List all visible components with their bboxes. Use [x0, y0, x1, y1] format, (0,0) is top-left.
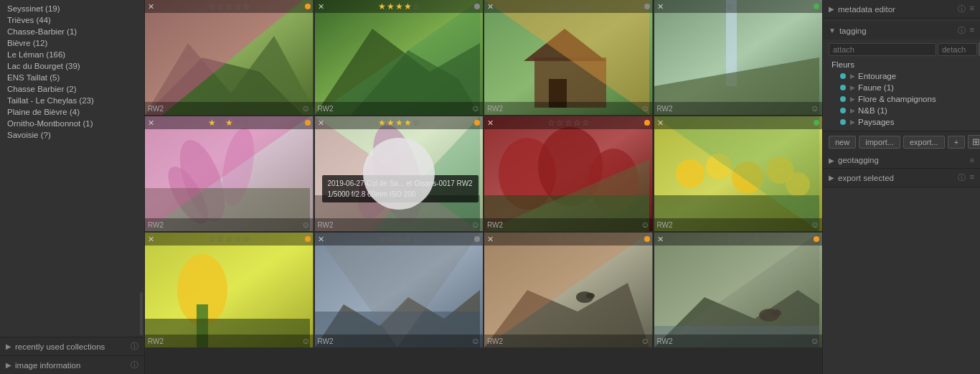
cell-2-smile[interactable]: ☺: [471, 103, 480, 113]
cell-10-smile[interactable]: ☺: [471, 336, 480, 346]
star-4[interactable]: ☆: [573, 234, 581, 244]
star-1[interactable]: ★: [378, 118, 386, 128]
cell-1-stars[interactable]: ☆ ☆ ☆ ☆ ☆: [157, 1, 302, 11]
tag-item-flore[interactable]: ▶ Flore & champignons: [829, 93, 974, 105]
tag-attach-input[interactable]: [829, 43, 936, 56]
star-1[interactable]: ☆: [208, 234, 216, 244]
export-menu-icon[interactable]: ≡: [970, 172, 974, 183]
star-3[interactable]: ☆: [735, 234, 743, 244]
star-1[interactable]: ☆: [547, 1, 555, 11]
star-1[interactable]: ☆: [547, 234, 555, 244]
tag-item-paysages[interactable]: ▶ Paysages: [829, 116, 974, 128]
photo-cell-3[interactable]: ✕ ☆ ☆ ☆ ☆ ☆ RW2 ☺: [484, 0, 653, 115]
star-2[interactable]: ★: [387, 118, 395, 128]
export-info-icon[interactable]: ⓘ: [958, 172, 966, 183]
photo-cell-10[interactable]: ✕ ☆ ☆ ☆ ☆ ☆ RW2 ☺: [315, 233, 484, 347]
star-2[interactable]: ☆: [217, 234, 225, 244]
info-icon[interactable]: ⓘ: [131, 341, 138, 352]
star-5[interactable]: ☆: [582, 1, 590, 11]
cell-8-stars[interactable]: ☆ ☆ ☆ ☆ ☆: [666, 118, 811, 128]
sidebar-item-savoisie[interactable]: Savoisie (?): [0, 129, 144, 141]
star-3[interactable]: ★: [225, 118, 233, 128]
tag-item-faune[interactable]: ▶ Faune (1): [829, 82, 974, 93]
cell-2-close[interactable]: ✕: [318, 2, 324, 11]
cell-12-stars[interactable]: ☆ ☆ ☆ ☆ ☆: [666, 234, 811, 244]
star-4[interactable]: ☆: [573, 1, 581, 11]
add-collection-button[interactable]: +: [948, 136, 965, 149]
star-3[interactable]: ★: [395, 1, 403, 11]
photo-cell-11[interactable]: ✕ ☆ ☆ ☆ ☆ ☆ RW2 ☺: [484, 233, 653, 347]
sidebar-item-ornitho-montbonnot[interactable]: Ornitho-Montbonnot (1): [0, 118, 144, 129]
star-3[interactable]: ☆: [395, 234, 403, 244]
cell-9-smile[interactable]: ☺: [301, 336, 310, 346]
star-3[interactable]: ☆: [735, 1, 743, 11]
sidebar-item-chasse-barbier-1[interactable]: Chasse-Barbier (1): [0, 26, 144, 37]
cell-5-smile[interactable]: ☺: [301, 220, 310, 230]
tagging-info-icon[interactable]: ⓘ: [958, 25, 966, 36]
cell-6-close[interactable]: ✕: [318, 118, 324, 128]
sidebar-item-plaine-bievre[interactable]: Plaine de Bièvre (4): [0, 106, 144, 118]
star-1[interactable]: ☆: [717, 118, 725, 128]
star-5[interactable]: ☆: [752, 234, 760, 244]
import-collection-button[interactable]: import...: [859, 136, 900, 149]
photo-cell-2[interactable]: ✕ ★ ★ ★ ★ ☆ RW2 ☺: [315, 0, 484, 115]
photo-cell-4[interactable]: ✕ ☆ ☆ ☆ ☆ ☆ RW2 ☺: [654, 0, 823, 115]
sidebar-item-le-leman[interactable]: Le Léman (166): [0, 49, 144, 60]
star-3[interactable]: ☆: [565, 118, 573, 128]
star-5[interactable]: ☆: [413, 1, 420, 11]
tagging-menu-icon[interactable]: ≡: [970, 25, 974, 36]
cell-3-close[interactable]: ✕: [487, 2, 494, 11]
cell-2-stars[interactable]: ★ ★ ★ ★ ☆: [327, 1, 472, 11]
star-2[interactable]: ☆: [217, 1, 225, 11]
sidebar-item-chasse-barbier-2[interactable]: Chasse Barbier (2): [0, 83, 144, 95]
cell-1-close[interactable]: ✕: [148, 2, 154, 11]
cell-10-close[interactable]: ✕: [318, 235, 324, 244]
star-2[interactable]: ☆: [556, 118, 564, 128]
cell-9-stars[interactable]: ☆ ☆ ☆ ☆ ☆: [157, 234, 302, 244]
star-2[interactable]: ★: [387, 1, 395, 11]
cell-7-stars[interactable]: ☆ ☆ ☆ ☆ ☆: [496, 118, 641, 128]
star-1[interactable]: ☆: [208, 1, 216, 11]
photo-cell-1[interactable]: ✕ ☆ ☆ ☆ ☆ ☆ RW2 ☺: [145, 0, 314, 115]
star-4[interactable]: ☆: [234, 1, 242, 11]
metadata-info-icon[interactable]: ⓘ: [958, 4, 966, 14]
star-5[interactable]: ☆: [242, 1, 250, 11]
cell-4-close[interactable]: ✕: [657, 2, 664, 11]
star-4[interactable]: ☆: [234, 234, 242, 244]
cell-11-stars[interactable]: ☆ ☆ ☆ ☆ ☆: [496, 234, 641, 244]
photo-cell-9[interactable]: ✕ ☆ ☆ ☆ ☆ ☆ RW2 ☺: [145, 233, 314, 347]
star-5[interactable]: ☆: [242, 118, 250, 128]
photo-cell-5[interactable]: ✕ ★ ☆ ★ ☆ ☆ RW2 ☺: [145, 116, 314, 231]
cell-5-stars[interactable]: ★ ☆ ★ ☆ ☆: [157, 118, 302, 128]
cell-7-close[interactable]: ✕: [487, 118, 494, 128]
tag-detach-input[interactable]: [938, 43, 977, 56]
tag-item-nb[interactable]: ▶ N&B (1): [829, 105, 974, 116]
star-2[interactable]: ☆: [726, 1, 734, 11]
cell-8-close[interactable]: ✕: [657, 118, 664, 128]
cell-11-smile[interactable]: ☺: [641, 336, 649, 346]
star-5[interactable]: ☆: [413, 118, 420, 128]
star-5[interactable]: ☆: [242, 234, 250, 244]
star-3[interactable]: ☆: [225, 234, 233, 244]
cell-4-stars[interactable]: ☆ ☆ ☆ ☆ ☆: [666, 1, 811, 11]
cell-12-close[interactable]: ✕: [657, 235, 664, 244]
metadata-menu-icon[interactable]: ≡: [970, 4, 974, 14]
recently-used-collections-header[interactable]: ▶ recently used collections ⓘ: [0, 337, 144, 355]
metadata-editor-header[interactable]: ▶ metadata editor ⓘ ≡: [823, 0, 980, 18]
sidebar-item-ens-taillat[interactable]: ENS Taillat (5): [0, 72, 144, 83]
photo-cell-12[interactable]: ✕ ☆ ☆ ☆ ☆ ☆ RW2 ☺: [654, 233, 823, 347]
cell-6-stars[interactable]: ★ ★ ★ ★ ☆: [327, 118, 472, 128]
star-4[interactable]: ☆: [743, 118, 751, 128]
star-4[interactable]: ☆: [234, 118, 242, 128]
export-selected-header[interactable]: ▶ export selected ⓘ ≡: [823, 169, 980, 187]
photo-cell-8[interactable]: ✕ ☆ ☆ ☆ ☆ ☆ RW2 ☺: [654, 116, 823, 231]
tagging-header[interactable]: ▼ tagging ⓘ ≡: [823, 22, 980, 39]
tag-item-fleurs[interactable]: Fleurs: [829, 59, 974, 70]
cell-12-smile[interactable]: ☺: [811, 336, 819, 346]
star-2[interactable]: ☆: [726, 234, 734, 244]
star-3[interactable]: ☆: [565, 234, 573, 244]
star-1[interactable]: ☆: [547, 118, 555, 128]
star-5[interactable]: ☆: [752, 118, 760, 128]
star-2[interactable]: ☆: [556, 234, 564, 244]
cell-6-smile[interactable]: ☺: [471, 220, 480, 230]
